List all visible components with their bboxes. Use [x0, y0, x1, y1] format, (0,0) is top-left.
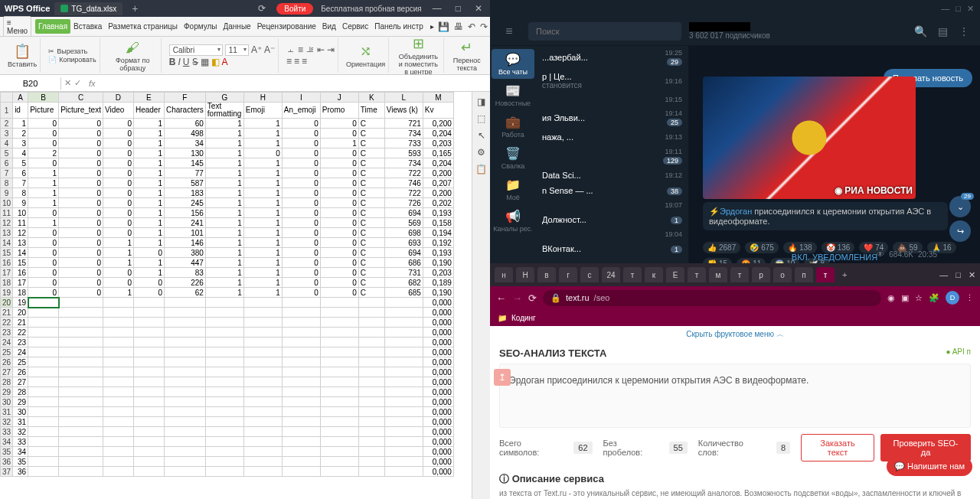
- cell[interactable]: 0: [103, 129, 133, 139]
- cell[interactable]: 0: [59, 238, 103, 248]
- rail-Работа[interactable]: 💼Работа: [492, 112, 534, 142]
- cell[interactable]: 0: [28, 119, 59, 129]
- menu-Данные[interactable]: Данные: [220, 19, 254, 34]
- cell[interactable]: 130: [164, 148, 205, 158]
- cell[interactable]: [164, 377, 205, 387]
- cell[interactable]: [384, 338, 423, 347]
- cell[interactable]: [384, 298, 423, 308]
- cell[interactable]: 0,000: [423, 318, 453, 328]
- cell[interactable]: [205, 357, 243, 367]
- select-icon[interactable]: ⬚: [477, 113, 485, 124]
- cell[interactable]: 0,000: [423, 467, 453, 477]
- browser-tab[interactable]: р: [752, 267, 770, 282]
- cell[interactable]: 1: [28, 168, 59, 178]
- cell[interactable]: 1: [243, 228, 282, 238]
- chat-item[interactable]: Data Sci...19:12: [536, 168, 688, 183]
- forward-button[interactable]: →: [512, 292, 522, 304]
- col-F[interactable]: F: [164, 93, 205, 103]
- menu-Панель инстр[interactable]: Панель инстр: [371, 19, 426, 34]
- cell[interactable]: [243, 447, 282, 457]
- cell[interactable]: 101: [164, 228, 205, 238]
- chat-item[interactable]: 19:07: [536, 198, 688, 212]
- cell[interactable]: 241: [164, 218, 205, 228]
- cell[interactable]: [164, 318, 205, 328]
- cell[interactable]: 0,000: [423, 298, 453, 308]
- copy-button[interactable]: 📄 Копировать: [48, 56, 96, 64]
- cell[interactable]: 734: [384, 129, 423, 139]
- cell[interactable]: [384, 328, 423, 338]
- col-A[interactable]: A: [13, 93, 28, 103]
- cell[interactable]: 1: [133, 178, 164, 188]
- header-cell[interactable]: Picture_text: [59, 103, 103, 119]
- cell[interactable]: [282, 357, 320, 367]
- cell[interactable]: 0: [28, 258, 59, 268]
- cell[interactable]: 1: [243, 158, 282, 168]
- search-icon[interactable]: 🔍: [914, 25, 927, 38]
- cell[interactable]: 62: [164, 288, 205, 298]
- align-middle-icon[interactable]: ≡: [298, 44, 303, 55]
- header-cell[interactable]: An_emoji: [282, 103, 320, 119]
- cell[interactable]: 498: [164, 129, 205, 139]
- col-J[interactable]: J: [320, 93, 358, 103]
- cell[interactable]: 1: [205, 208, 243, 218]
- cell[interactable]: 1: [205, 168, 243, 178]
- cell[interactable]: [320, 367, 358, 377]
- cell[interactable]: [103, 417, 133, 427]
- panel-expand-icon[interactable]: ◨: [477, 96, 485, 107]
- cell[interactable]: [320, 308, 358, 318]
- cell[interactable]: 722: [384, 188, 423, 198]
- cell[interactable]: 0: [133, 278, 164, 288]
- cell[interactable]: 0: [320, 218, 358, 228]
- cell[interactable]: 1: [243, 268, 282, 278]
- align-left-icon[interactable]: ≡: [286, 56, 292, 67]
- cell[interactable]: 1: [243, 278, 282, 288]
- cell[interactable]: [320, 457, 358, 467]
- cell[interactable]: [103, 397, 133, 407]
- cell[interactable]: [28, 338, 59, 347]
- strike-icon[interactable]: S̶: [192, 57, 198, 67]
- cell[interactable]: [164, 338, 205, 347]
- star-icon[interactable]: ☆: [915, 293, 923, 303]
- wrap-icon[interactable]: ↵: [461, 39, 472, 56]
- bold-icon[interactable]: B: [169, 57, 176, 67]
- cell[interactable]: 1: [243, 218, 282, 228]
- cell[interactable]: [59, 437, 103, 447]
- cell[interactable]: [282, 467, 320, 477]
- cell[interactable]: 0: [320, 119, 358, 129]
- cell[interactable]: 0,165: [423, 148, 453, 158]
- cell[interactable]: 0: [59, 288, 103, 298]
- cell[interactable]: 0: [282, 129, 320, 139]
- cell[interactable]: [358, 407, 384, 417]
- cell[interactable]: [133, 427, 164, 437]
- cell[interactable]: [358, 347, 384, 357]
- cell[interactable]: 0: [320, 188, 358, 198]
- cell[interactable]: [384, 377, 423, 387]
- cell[interactable]: 587: [164, 178, 205, 188]
- col-G[interactable]: G: [205, 93, 243, 103]
- maximize-button[interactable]: □: [956, 270, 961, 280]
- cell[interactable]: 0: [243, 148, 282, 158]
- channel-header[interactable]: 3 602 017 подписчиков: [681, 22, 903, 40]
- cell[interactable]: C: [358, 139, 384, 148]
- order-text-button[interactable]: Заказать текст: [801, 434, 874, 461]
- cell[interactable]: 1: [320, 139, 358, 148]
- cell[interactable]: [59, 298, 103, 308]
- cell[interactable]: [59, 467, 103, 477]
- cell[interactable]: 1: [133, 218, 164, 228]
- cell[interactable]: 0,193: [423, 208, 453, 218]
- pointer-icon[interactable]: ↖: [478, 130, 485, 141]
- cell[interactable]: 1: [243, 119, 282, 129]
- cell[interactable]: [358, 397, 384, 407]
- cell[interactable]: 0: [282, 238, 320, 248]
- cell[interactable]: 0: [282, 119, 320, 129]
- cell[interactable]: [243, 377, 282, 387]
- cell[interactable]: 11: [13, 218, 28, 228]
- cell[interactable]: 0,000: [423, 397, 453, 407]
- col-D[interactable]: D: [103, 93, 133, 103]
- cell[interactable]: 1: [133, 258, 164, 268]
- cell[interactable]: [205, 407, 243, 417]
- cell[interactable]: [358, 328, 384, 338]
- font-shrink-icon[interactable]: A⁻: [264, 44, 275, 55]
- cell[interactable]: [103, 298, 133, 308]
- cell[interactable]: [28, 377, 59, 387]
